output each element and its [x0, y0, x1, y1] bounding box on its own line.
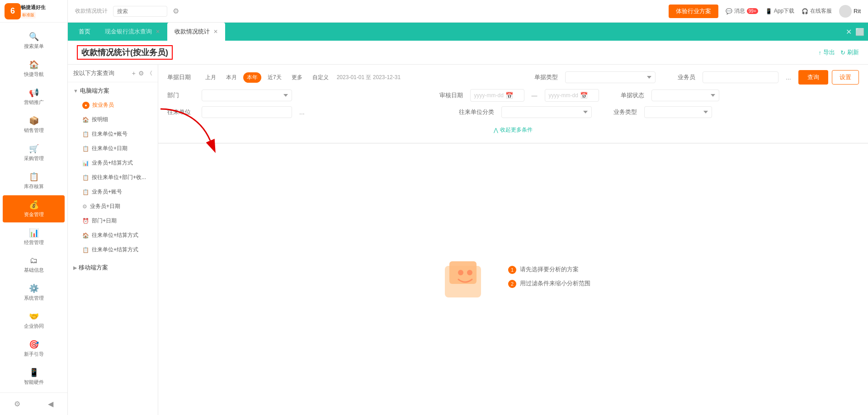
message-button[interactable]: 💬 消息 99+	[726, 7, 758, 15]
tab-bank-flow[interactable]: 现金银行流水查询 ✕	[98, 23, 167, 41]
app-download-button[interactable]: 📱 App下载	[765, 7, 794, 15]
sales-icon: 📦	[29, 116, 39, 126]
scheme-item-sales-settlement[interactable]: 📊业务员+结算方式	[73, 156, 156, 170]
inventory-icon: 📋	[29, 172, 39, 182]
sidebar-item-finance[interactable]: 💰资金管理	[3, 195, 65, 222]
maximize-window-icon[interactable]: ⬜	[855, 28, 864, 36]
logo-icon: 6	[5, 3, 21, 19]
collapse-more-button[interactable]: ⋀ 收起更多条件	[167, 123, 859, 137]
gear-icon[interactable]: ⚙	[173, 7, 179, 15]
date-options-group: 上月 本月 本年 近7天 更多 自定义 2023-01-01 至 2023-12…	[202, 72, 401, 83]
scheme-item-unit-date[interactable]: 📋往来单位+日期	[73, 141, 156, 156]
collapse-footer-icon[interactable]: ◀	[46, 397, 56, 410]
basic-info-icon: 🗂	[30, 256, 38, 265]
tab-close-collection-stats[interactable]: ✕	[213, 28, 218, 35]
scheme-item-sales-account[interactable]: 📋业务员+账号	[73, 185, 156, 199]
trial-button[interactable]: 体验行业方案	[669, 5, 718, 18]
search-menu-icon: 🔍	[29, 32, 39, 42]
settings-footer-icon[interactable]: ⚙	[12, 397, 23, 410]
scheme-item-dept-date[interactable]: ⏰部门+日期	[73, 214, 156, 228]
sidebar-item-enterprise[interactable]: 🤝企业协同	[3, 307, 65, 334]
last-month-btn[interactable]: 上月	[202, 72, 220, 83]
scheme-item-by-salesperson[interactable]: ●按业务员	[73, 98, 156, 112]
custom-date-btn[interactable]: 自定义	[309, 72, 332, 83]
tab-collection-stats[interactable]: 收款情况统计 ✕	[167, 23, 225, 41]
sidebar-item-basic-info[interactable]: 🗂基础信息	[3, 251, 65, 278]
sidebar-item-sales[interactable]: 📦销售管理	[3, 111, 65, 138]
operations-icon: 📊	[29, 228, 39, 238]
counterpart-more-btn[interactable]: ...	[299, 108, 305, 116]
export-icon: ↑	[819, 49, 822, 56]
topbar: 收款情况统计 ⚙ 体验行业方案 💬 消息 99+ 📱 App下载 🎧	[68, 0, 868, 23]
search-input[interactable]	[113, 6, 167, 17]
scheme-item-sales-date[interactable]: ⚙业务员+日期	[73, 199, 156, 213]
message-icon: 💬	[726, 8, 732, 14]
sidebar-item-hardware[interactable]: 📱智能硬件	[3, 363, 65, 390]
scheme-item-unit-account[interactable]: 📋往来单位+账号	[73, 127, 156, 141]
filter-row-2: 部门 审核日期 yyyy-mm-dd 📅 —	[167, 89, 859, 102]
counterpart-category-select[interactable]	[501, 106, 592, 118]
mobile-group-header[interactable]: ▶ 移动端方案	[68, 261, 158, 274]
page-area: 收款情况统计(按业务员) ↑ 导出 ↻ 刷新 按以下方	[68, 41, 868, 415]
more-date-btn[interactable]: 更多	[288, 72, 306, 83]
filter-actions: 查询 设置	[798, 70, 859, 85]
doc-status-select[interactable]	[651, 90, 719, 101]
doc-type-select[interactable]	[565, 71, 656, 83]
this-month-btn[interactable]: 本月	[222, 72, 241, 83]
counterpart-input[interactable]	[202, 106, 292, 118]
empty-step-2: 2 用过滤条件来缩小分析范围	[508, 279, 590, 288]
close-window-icon[interactable]: ✕	[846, 28, 852, 36]
hardware-icon: 📱	[29, 368, 39, 377]
setting-button[interactable]: 设置	[832, 70, 859, 85]
user-area[interactable]: Rit	[839, 5, 861, 18]
message-badge: 99+	[747, 8, 758, 14]
finance-icon: 💰	[29, 200, 39, 210]
date-dash: —	[532, 92, 538, 99]
sidebar-item-guide[interactable]: 🎯新手引导	[3, 335, 65, 362]
salesperson-more-btn[interactable]: ...	[786, 74, 791, 81]
sidebar: 6 畅捷通好生 标准版 🔍搜索菜单🏠快捷导航📢营销推广📦销售管理🛒采购管理📋库存…	[0, 0, 68, 415]
scheme-item-unit-settlement2[interactable]: 📋往来单位+结算方式	[73, 243, 156, 257]
counterpart-category-label: 往来单位分类	[459, 108, 494, 116]
salesperson-label: 业务员	[677, 73, 695, 81]
review-date-label: 审核日期	[439, 91, 463, 99]
scheme-settings-icon[interactable]: ⚙	[138, 70, 144, 77]
desktop-group-header[interactable]: ▼ 电脑端方案	[68, 84, 158, 98]
sidebar-item-operations[interactable]: 📊经营管理	[3, 223, 65, 250]
review-date-start[interactable]: yyyy-mm-dd 📅	[470, 89, 524, 102]
collapse-scheme-icon[interactable]: 《	[147, 70, 152, 77]
tab-home[interactable]: 首页	[71, 23, 98, 41]
this-year-btn[interactable]: 本年	[243, 72, 261, 83]
dept-label: 部门	[167, 91, 194, 99]
business-type-select[interactable]	[644, 106, 712, 118]
app-logo: 6 畅捷通好生 标准版	[0, 0, 67, 23]
topbar-right: 体验行业方案 💬 消息 99+ 📱 App下载 🎧 在线客服 Rit	[669, 5, 861, 18]
calendar-end-icon: 📅	[580, 92, 588, 99]
date-range-display: 2023-01-01 至 2023-12-31	[337, 74, 401, 81]
salesperson-input[interactable]	[703, 71, 778, 83]
sidebar-item-search-menu[interactable]: 🔍搜索菜单	[3, 27, 65, 54]
sidebar-item-system[interactable]: ⚙️系统管理	[3, 279, 65, 306]
scheme-item-unit-dept-collect[interactable]: 📋按往来单位+部门+收...	[73, 170, 156, 184]
content-area: 按以下方案查询 + ⚙ 《 ▼ 电脑端方案 ●按业务员🏠按明	[68, 65, 868, 415]
sidebar-item-inventory[interactable]: 📋库存核算	[3, 167, 65, 194]
mobile-expand-icon: ▶	[73, 265, 77, 271]
export-button[interactable]: ↑ 导出	[819, 48, 835, 57]
tab-close-bank-flow[interactable]: ✕	[156, 28, 160, 35]
app-icon: 📱	[765, 8, 772, 14]
sidebar-item-purchase[interactable]: 🛒采购管理	[3, 139, 65, 166]
query-button[interactable]: 查询	[798, 70, 828, 85]
review-date-end[interactable]: yyyy-mm-dd 📅	[545, 89, 599, 102]
sidebar-nav: 🔍搜索菜单🏠快捷导航📢营销推广📦销售管理🛒采购管理📋库存核算💰资金管理📊经营管理…	[0, 23, 67, 392]
service-button[interactable]: 🎧 在线客服	[802, 7, 832, 15]
add-scheme-button[interactable]: +	[132, 70, 136, 77]
scheme-item-unit-settlement1[interactable]: 🏠往来单位+结算方式	[73, 228, 156, 242]
dept-select[interactable]	[202, 90, 292, 101]
sidebar-item-marketing[interactable]: 📢营销推广	[3, 83, 65, 110]
sidebar-item-quick-nav[interactable]: 🏠快捷导航	[3, 55, 65, 82]
last7days-btn[interactable]: 近7天	[264, 72, 285, 83]
refresh-button[interactable]: ↻ 刷新	[840, 48, 859, 57]
step-num-2: 2	[508, 280, 516, 288]
scheme-header: 按以下方案查询 + ⚙ 《	[68, 65, 158, 82]
scheme-item-by-detail[interactable]: 🏠按明细	[73, 113, 156, 127]
